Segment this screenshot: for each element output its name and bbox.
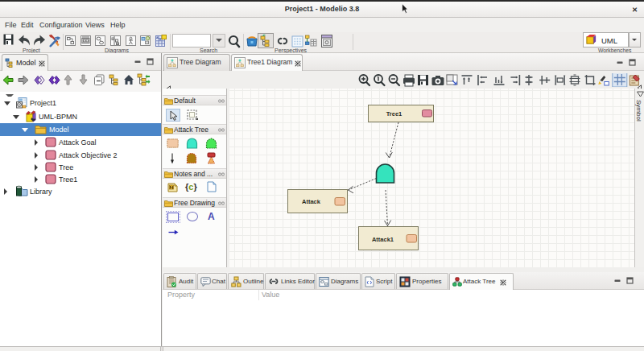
- svg-text:Attack: Attack: [302, 198, 321, 205]
- svg-text:Tree1: Tree1: [386, 110, 402, 118]
- svg-text:Attack1: Attack1: [372, 236, 394, 243]
